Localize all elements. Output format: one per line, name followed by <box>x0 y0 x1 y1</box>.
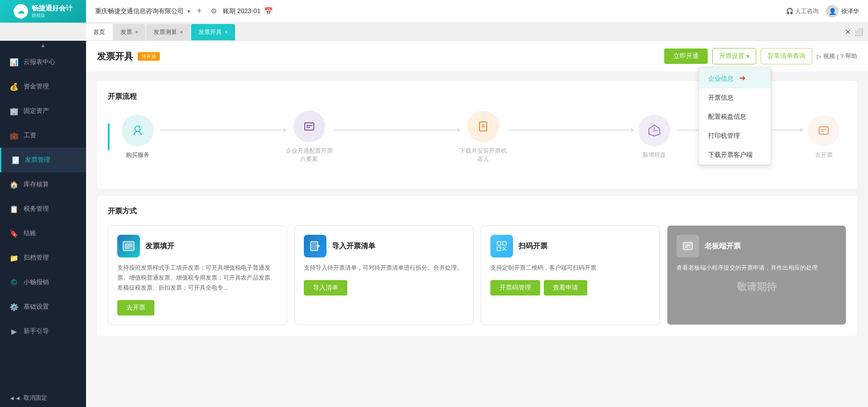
svg-rect-24 <box>683 242 692 250</box>
tab-invoice-issue[interactable]: 发票开具 × <box>191 24 235 40</box>
fund-mgmt-icon: 💰 <box>9 82 19 92</box>
sidebar-item-accounting[interactable]: 🔖 结账 <box>0 221 86 246</box>
tab-invoice-issue-close[interactable]: × <box>225 29 228 35</box>
support-label: 人工咨询 <box>795 7 819 15</box>
sidebar-item-archive[interactable]: 📁 归档管理 <box>0 246 86 270</box>
top-header: ☁ 畅捷通好会计 旗舰版 重庆畅捷交通信息咨询有限公司 ▾ + ⚙ 账期 202… <box>0 0 868 23</box>
calendar-icon[interactable]: 📅 <box>264 7 273 15</box>
tab-invoice-label: 发票 <box>120 28 132 36</box>
sidebar-item-inventory-label: 库存核算 <box>24 180 49 189</box>
play-icon: ▷ <box>817 53 821 60</box>
sidebar-item-new-guide[interactable]: ▶ 新手引导 <box>0 319 86 344</box>
logo-text: 畅捷通好会计 <box>32 4 72 12</box>
sidebar-item-basic-settings-label: 基础设置 <box>24 303 49 311</box>
process-icon-1 <box>122 115 153 146</box>
sidebar-cancel-button[interactable]: ◄◄ 取消固定 <box>0 389 86 407</box>
method-boss-title: 老板端开票 <box>705 242 741 251</box>
process-line-2 <box>334 130 458 131</box>
process-icon-5 <box>808 115 839 146</box>
sidebar-item-salary-label: 工资 <box>24 131 36 140</box>
user-area[interactable]: 👤 徐泽华 <box>826 5 859 18</box>
add-company-button[interactable]: + <box>194 6 205 17</box>
tab-invoice-calc[interactable]: 发票测算 × <box>146 24 190 40</box>
invoice-methods: 发票填开 支持按照发票样式手工填开发票；可开具增值税电子普通发票、增值税普通发票… <box>108 225 846 325</box>
invoice-mgmt-icon: 🧾 <box>10 155 20 165</box>
process-step-4: 新增税盘 <box>632 115 677 159</box>
sidebar-item-invoice-mgmt[interactable]: 🧾 发票管理 <box>0 148 86 172</box>
sidebar-scroll-up[interactable]: ▲ <box>0 41 86 50</box>
activate-button[interactable]: 立即开通 <box>664 48 708 64</box>
page-title: 发票开具 <box>97 50 133 63</box>
sidebar-item-fixed-assets[interactable]: 🏢 固定资产 <box>0 99 86 123</box>
method-scan-qr-button[interactable]: 开票码管理 <box>490 280 540 296</box>
company-settings-button[interactable]: ⚙ <box>208 6 219 17</box>
help-label[interactable]: 帮助 <box>845 52 857 60</box>
cloud-report-icon: 📊 <box>9 57 19 67</box>
method-scan-header: 扫码开票 <box>490 235 651 257</box>
dropdown-tax-disk-label: 配置税盘信息 <box>708 113 746 120</box>
tab-invoice-calc-close[interactable]: × <box>180 29 183 35</box>
dropdown-printer-label: 打印机管理 <box>708 132 740 139</box>
sidebar-item-tax-mgmt[interactable]: 📋 税务管理 <box>0 197 86 221</box>
sidebar-item-fund-mgmt[interactable]: 💰 资金管理 <box>0 74 86 99</box>
methods-section-title: 开票方式 <box>108 207 846 216</box>
tab-invoice-close[interactable]: × <box>135 29 138 35</box>
sidebar-item-inventory[interactable]: 🏠 库存核算 <box>0 172 86 197</box>
dropdown-item-invoice-info[interactable]: 开票信息 <box>699 88 771 107</box>
tab-invoice-calc-label: 发票测算 <box>153 28 177 36</box>
sidebar-item-cloud-report[interactable]: 📊 云报表中心 <box>0 50 86 74</box>
sidebar: ▲ 📊 云报表中心 💰 资金管理 🏢 固定资产 💼 工资 🧾 发票管理 🏠 库存… <box>0 41 86 407</box>
sidebar-item-accounting-label: 结账 <box>24 229 36 237</box>
method-scan-apply-button[interactable]: 查看申请 <box>544 280 587 296</box>
method-fill-icon <box>117 235 140 257</box>
method-import-icon <box>304 235 326 257</box>
sidebar-bottom: ◄◄ 取消固定 <box>0 389 86 407</box>
basic-settings-icon: ⚙️ <box>9 302 19 312</box>
tab-home[interactable]: 首页 <box>86 24 112 40</box>
dropdown-download-client-label: 下载开票客户端 <box>708 151 753 158</box>
dropdown-item-printer[interactable]: 打印机管理 <box>699 126 771 145</box>
settings-button[interactable]: 开票设置 ▾ <box>712 48 756 64</box>
avatar: 👤 <box>826 5 839 18</box>
sidebar-item-salary[interactable]: 💼 工资 <box>0 123 86 148</box>
sidebar-item-archive-label: 归档管理 <box>24 254 49 262</box>
page-header: 发票开具 待开通 立即开通 开票设置 ▾ 异常清单查询 ▷ 视频 | ? 帮助 <box>86 41 868 72</box>
dropdown-invoice-info-label: 开票信息 <box>708 94 734 101</box>
method-import-button[interactable]: 导入清单 <box>304 280 347 296</box>
method-import-title: 导入开票清单 <box>332 242 375 251</box>
video-label[interactable]: 视频 <box>823 52 835 60</box>
company-dropdown-icon[interactable]: ▾ <box>187 8 190 15</box>
new-guide-icon: ▶ <box>9 326 19 336</box>
abnormal-list-button[interactable]: 异常清单查询 <box>761 48 812 64</box>
process-label-5: 去开票 <box>815 151 833 159</box>
process-icon-2 <box>293 111 325 142</box>
chevron-down-icon: ▾ <box>746 53 749 60</box>
method-fill-button[interactable]: 去开票 <box>117 300 154 315</box>
close-window-button[interactable]: ✕ <box>845 27 851 36</box>
inventory-icon: 🏠 <box>9 179 19 189</box>
period-label: 账期 2023-01 <box>223 7 260 15</box>
process-step-5: 去开票 <box>801 115 846 159</box>
process-bar <box>108 123 110 150</box>
company-name[interactable]: 重庆畅捷交通信息咨询有限公司 <box>95 7 184 15</box>
settings-dropdown-menu: 企业信息 ➜ 开票信息 配置税盘信息 打印机管理 下载开票客户端 <box>699 67 771 165</box>
process-line-1 <box>160 130 284 131</box>
sidebar-item-cloud-report-label: 云报表中心 <box>24 58 55 66</box>
dropdown-item-company-info[interactable]: 企业信息 ➜ <box>699 68 771 88</box>
dropdown-item-tax-disk[interactable]: 配置税盘信息 <box>699 107 771 126</box>
sidebar-item-invoice-mgmt-label: 发票管理 <box>25 156 50 164</box>
sidebar-item-fund-mgmt-label: 资金管理 <box>24 82 49 91</box>
sidebar-item-report-sales-label: 小畅报销 <box>24 278 49 286</box>
tab-invoice-issue-label: 发票开具 <box>198 28 222 36</box>
maximize-window-button[interactable]: ⬜ <box>854 27 863 36</box>
svg-rect-2 <box>305 123 314 130</box>
tab-invoice[interactable]: 发票 × <box>113 24 145 40</box>
support-button[interactable]: 🎧 人工咨询 <box>786 7 819 15</box>
method-boss-desc: 查看老板端小程序提交的开票申请，并作出相应的处理 <box>676 263 837 273</box>
sidebar-item-report-sales[interactable]: © 小畅报销 <box>0 270 86 295</box>
dropdown-item-download-client[interactable]: 下载开票客户端 <box>699 145 771 165</box>
watermark-text: 敬请期待 <box>676 280 837 294</box>
methods-section: 开票方式 <box>97 196 857 336</box>
sidebar-item-basic-settings[interactable]: ⚙️ 基础设置 <box>0 295 86 319</box>
headset-icon: 🎧 <box>786 8 793 15</box>
